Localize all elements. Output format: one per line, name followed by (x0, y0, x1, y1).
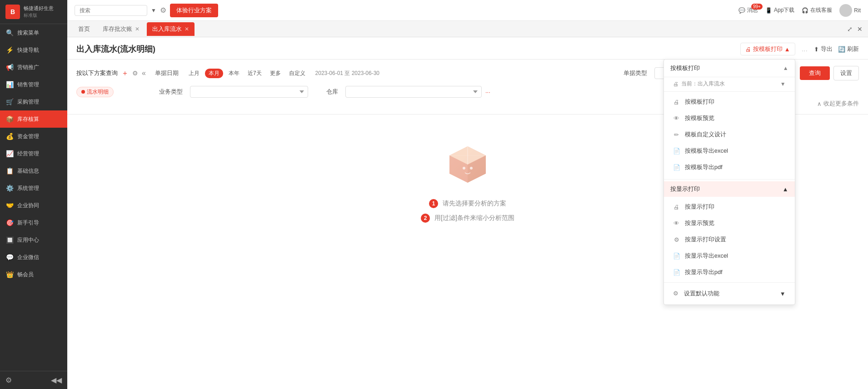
display-pdf-label: 按显示导出pdf (685, 268, 723, 276)
date-label: 单据日期 (155, 69, 179, 77)
sidebar-item-basic[interactable]: 📋 基础信息 (0, 162, 67, 180)
sidebar-item-guide[interactable]: 🎯 新手引导 (0, 214, 67, 231)
dropdown-template-excel[interactable]: 📄 按模板导出excel (664, 143, 795, 159)
sidebar-item-sales[interactable]: 📊 销售管理 (0, 76, 67, 93)
date-range: 2023-06-01 至 2023-06-30 (315, 70, 379, 77)
page-actions: 🖨 按模板打印 ▲ 按模板打印 ▲ 🖨 当前：出入库流水 ▼ (740, 43, 859, 55)
app-download-btn[interactable]: 📱 App下载 (765, 6, 794, 14)
dropdown-template-preview[interactable]: 👁 按模板预览 (664, 110, 795, 126)
flow-tag: 流水明细 (76, 87, 114, 97)
dropdown-footer: ⚙ 设置默认功能 ▼ (664, 282, 795, 304)
sidebar-item-label: 畅会员 (17, 271, 34, 279)
tab-flow[interactable]: 出入库流水 ✕ (147, 22, 195, 36)
online-service-btn[interactable]: 🎧 在线客服 (802, 6, 832, 14)
warehouse-more-icon[interactable]: ··· (485, 89, 490, 95)
industry-btn[interactable]: 体验行业方案 (170, 4, 218, 17)
display-section-header[interactable]: 按显示打印 ▲ (664, 181, 795, 197)
phone-icon: 📱 (765, 7, 772, 14)
dropdown-template-pdf[interactable]: 📄 按模板导出pdf (664, 159, 795, 175)
sidebar-item-label: 搜索菜单 (17, 29, 39, 37)
date-option-this-month[interactable]: 本月 (205, 69, 223, 78)
sidebar-item-label: 资金管理 (17, 133, 39, 140)
settings-bottom-icon[interactable]: ⚙ (5, 376, 12, 384)
tab-batch[interactable]: 库存批次账 ✕ (97, 22, 145, 36)
default-icon: ⚙ (673, 290, 680, 297)
messages-btn[interactable]: 💬 消息 99+ (738, 6, 758, 14)
sidebar-item-inventory[interactable]: 📦 库存核算 (0, 110, 67, 128)
date-option-7days[interactable]: 近7天 (245, 69, 264, 78)
print-dropdown-panel: 按模板打印 ▲ 🖨 当前：出入库流水 ▼ 🖨 按模板打印 (663, 59, 795, 305)
date-options: 上月 本月 本年 近7天 更多 自定义 (186, 69, 308, 78)
sidebar-item-member[interactable]: 👑 畅会员 (0, 266, 67, 283)
messages-badge: 99+ (751, 4, 763, 10)
dropdown-current: 🖨 当前：出入库流水 ▼ (664, 77, 795, 92)
query-btn[interactable]: 查询 (800, 66, 830, 80)
pdf-icon-2: 📄 (673, 269, 680, 276)
main-area: ▼ ⚙ 体验行业方案 💬 消息 99+ 📱 App下载 🎧 在线客服 Rit (67, 0, 868, 389)
business-type-filter: 业务类型 (159, 86, 308, 98)
pdf-icon: 📄 (673, 164, 680, 171)
refresh-btn[interactable]: 🔄 刷新 (838, 45, 859, 53)
search-input[interactable] (75, 5, 147, 16)
dropdown-display-pdf[interactable]: 📄 按显示导出pdf (664, 264, 795, 280)
settings-btn[interactable]: 设置 (833, 66, 859, 80)
tab-home[interactable]: 首页 (73, 22, 95, 36)
dropdown-display-preview[interactable]: 👁 按显示预览 (664, 215, 795, 231)
topbar-dropdown-btn[interactable]: ▼ (151, 7, 156, 14)
sidebar-item-shortcut[interactable]: ⚡ 快捷导航 (0, 41, 67, 59)
sidebar-nav: 🔍 搜索菜单 ⚡ 快捷导航 📢 营销推广 📊 销售管理 🛒 采购管理 📦 库存核… (0, 24, 67, 371)
add-filter-icon[interactable]: ＋ (121, 69, 129, 78)
tabbar-expand-icon[interactable]: ⤢ ✕ (847, 25, 863, 33)
money-icon: 💰 (5, 132, 14, 140)
sidebar-item-purchase[interactable]: 🛒 采购管理 (0, 93, 67, 110)
close-all-icon[interactable]: ✕ (857, 25, 863, 33)
flow-tag-container: 流水明细 (76, 87, 114, 97)
warehouse-select[interactable] (345, 86, 482, 98)
tab-flow-close-icon[interactable]: ✕ (185, 26, 189, 32)
app-logo-icon: B (5, 5, 20, 19)
user-avatar-btn[interactable]: Rit (839, 4, 861, 17)
date-option-more[interactable]: 更多 (267, 69, 284, 78)
sidebar-item-collab[interactable]: 🤝 企业协同 (0, 197, 67, 214)
grid-icon: 🔲 (5, 236, 14, 244)
cart-icon: 🛒 (5, 98, 14, 106)
tab-batch-close-icon[interactable]: ✕ (135, 26, 140, 32)
dropdown-template-print[interactable]: 🖨 按模板打印 (664, 94, 795, 110)
sidebar-item-label: 系统管理 (17, 185, 39, 192)
sidebar-item-system[interactable]: ⚙️ 系统管理 (0, 180, 67, 197)
collapse-sidebar-icon[interactable]: ◀◀ (51, 376, 62, 384)
dropdown-title: 按模板打印 (670, 64, 700, 72)
export-btn[interactable]: ⬆ 导出 (814, 45, 833, 53)
sidebar-item-search[interactable]: 🔍 搜索菜单 (0, 24, 67, 41)
filter-collapse-icon[interactable]: « (142, 69, 146, 77)
business-type-select[interactable] (190, 86, 308, 98)
display-settings-label: 按显示打印设置 (685, 235, 726, 244)
dropdown-template-custom[interactable]: ✏ 模板自定义设计 (664, 126, 795, 143)
sidebar-item-finance[interactable]: 💰 资金管理 (0, 128, 67, 145)
preview-icon: 👁 (673, 115, 680, 122)
expand-icon[interactable]: ⤢ (847, 25, 853, 33)
business-type-label: 业务类型 (159, 88, 183, 96)
target-icon: 🎯 (5, 219, 14, 227)
empty-icon (445, 142, 490, 187)
dropdown-display-settings[interactable]: ⚙ 按显示打印设置 (664, 231, 795, 248)
filter-settings-icon[interactable]: ⚙ (132, 70, 138, 77)
sidebar-item-marketing[interactable]: 📢 营销推广 (0, 59, 67, 76)
dropdown-display-print[interactable]: 🖨 按显示打印 (664, 199, 795, 215)
date-option-last-month[interactable]: 上月 (186, 69, 202, 78)
sidebar-item-wechat[interactable]: 💬 企业微信 (0, 249, 67, 266)
query-actions: 查询 设置 (800, 66, 859, 80)
date-filter: 单据日期 上月 本月 本年 近7天 更多 自定义 2023-06-01 至 20… (155, 69, 614, 78)
dropdown-collapse-icon[interactable]: ▲ (783, 65, 788, 71)
preview-icon-2: 👁 (673, 219, 680, 227)
sidebar-item-operations[interactable]: 📈 经营管理 (0, 145, 67, 162)
date-option-this-year[interactable]: 本年 (226, 69, 242, 78)
set-default-btn[interactable]: ⚙ 设置默认功能 ▼ (670, 286, 788, 301)
dropdown-display-excel[interactable]: 📄 按显示导出excel (664, 248, 795, 264)
current-dropdown-arrow: ▼ (780, 81, 786, 87)
topbar-gear-icon[interactable]: ⚙ (160, 6, 166, 15)
sidebar-item-app-center[interactable]: 🔲 应用中心 (0, 231, 67, 249)
print-btn[interactable]: 🖨 按模板打印 ▲ (740, 43, 795, 55)
headset-icon: 🎧 (802, 7, 808, 14)
date-option-custom[interactable]: 自定义 (286, 69, 308, 78)
